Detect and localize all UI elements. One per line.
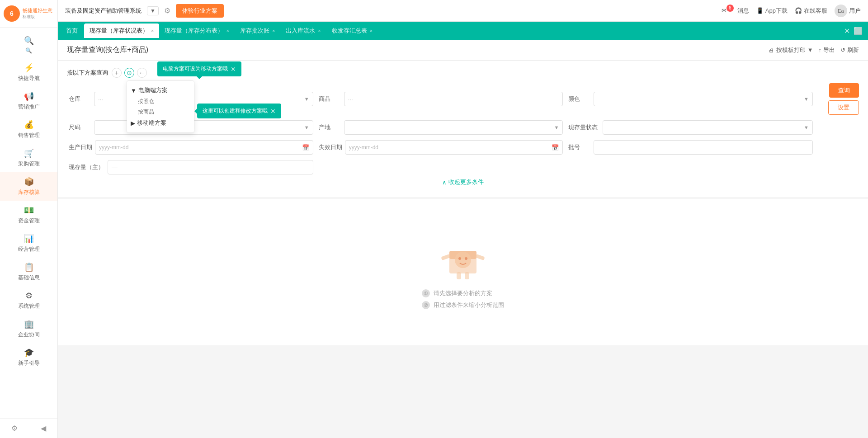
sidebar-item-system[interactable]: ⚙ 系统管理 xyxy=(0,286,57,315)
sidebar-item-enterprise[interactable]: 🏢 企业协同 xyxy=(0,315,57,343)
tab-item-3[interactable]: 出入库流水 × xyxy=(280,24,326,38)
tab-close-1[interactable]: × xyxy=(226,28,229,33)
prod-date-input[interactable]: yyyy-mm-dd 📅 xyxy=(95,140,313,155)
sidebar-item-purchase[interactable]: 🛒 采购管理 xyxy=(0,144,57,172)
sidebar-item-search[interactable]: 🔍 🔍 xyxy=(0,31,57,58)
tab-label-4: 收发存汇总表 xyxy=(332,27,367,35)
trial-button[interactable]: 体验行业方案 xyxy=(176,4,224,18)
system-dropdown[interactable]: ▼ xyxy=(147,6,159,15)
sidebar-menu: 🔍 🔍 ⚡ 快捷导航 📢 营销推广 💰 销售管理 🛒 采购管理 📦 库存核算 💵… xyxy=(0,28,57,418)
refresh-icon: ↺ xyxy=(840,47,845,53)
size-label: 尺码 xyxy=(69,123,91,132)
sidebar-item-operations[interactable]: 📊 经营管理 xyxy=(0,229,57,258)
headset-icon: 🎧 xyxy=(795,7,802,14)
color-label: 颜色 xyxy=(568,95,591,103)
sidebar-settings-btn[interactable]: ⚙ xyxy=(11,424,18,433)
tab-item-1[interactable]: 现存量（库存分布表） × xyxy=(159,24,234,38)
sidebar-item-enterprise-label: 企业协同 xyxy=(18,331,40,339)
page-actions: 🖨 按模板打印 ▼ ↑ 导出 ↺ 刷新 xyxy=(769,46,859,54)
svg-point-4 xyxy=(455,252,471,268)
avatar-text: Ea xyxy=(838,8,844,14)
goods-label: 商品 xyxy=(319,95,341,103)
search-button[interactable]: 查询 xyxy=(829,83,859,98)
filter-row-3: 生产日期 yyyy-mm-dd 📅 失效日期 yyyy-mm-dd 📅 xyxy=(69,140,859,155)
tab-label-1: 现存量（库存分布表） xyxy=(165,27,223,35)
main-area: 装备及固定资产辅助管理系统 ▼ ⚙ 体验行业方案 ✉ 6 消息 📱 App下载 … xyxy=(58,0,868,438)
batch-input[interactable] xyxy=(594,140,813,155)
tooltip1-close-icon[interactable]: ✕ xyxy=(231,66,236,73)
origin-dropdown-icon: ▼ xyxy=(554,125,559,130)
tab-item-2[interactable]: 库存批次账 × xyxy=(235,24,280,38)
page-title: 现存量查询(按仓库+商品) xyxy=(67,45,148,55)
sidebar-item-basic[interactable]: 📋 基础信息 xyxy=(0,258,57,286)
stock-qty-input[interactable]: — xyxy=(108,160,313,174)
filter-edit-btn[interactable]: ⊙ xyxy=(124,68,134,78)
reset-button[interactable]: 设置 xyxy=(828,100,859,115)
basic-icon: 📋 xyxy=(24,262,34,272)
refresh-btn[interactable]: ↺ 刷新 xyxy=(840,46,859,54)
page-header: 现存量查询(按仓库+商品) 🖨 按模板打印 ▼ ↑ 导出 ↺ 刷新 xyxy=(58,40,868,61)
refresh-label: 刷新 xyxy=(847,46,859,54)
sidebar-item-warehouse[interactable]: 📦 库存核算 xyxy=(0,172,57,201)
tab-close-3[interactable]: × xyxy=(318,28,321,33)
scheme-sub-item-2[interactable]: 按商品 xyxy=(134,107,194,117)
purchase-icon: 🛒 xyxy=(24,148,34,158)
tab-close-all-btn[interactable]: ✕ xyxy=(844,27,850,35)
home-tab[interactable]: 首页 xyxy=(60,27,84,35)
sidebar-item-sales[interactable]: 💰 销售管理 xyxy=(0,115,57,144)
color-select[interactable]: ▼ xyxy=(594,92,813,106)
tooltip2-text: 这里可以创建和修改方案哦 xyxy=(203,107,268,115)
tab-label-0: 现存量（库存状况表） xyxy=(90,27,148,35)
tooltip1-text: 电脑方案可设为移动方案哦 xyxy=(163,65,228,73)
app-download-btn[interactable]: 📱 App下载 xyxy=(756,7,788,15)
tab-maximize-btn[interactable]: ⬜ xyxy=(854,27,863,35)
stock-status-select[interactable]: ▼ xyxy=(603,120,813,135)
scheme-tree-mobile[interactable]: ▶ 移动端方案 xyxy=(127,117,194,129)
scheme-tree-pc[interactable]: ▼ 电脑端方案 xyxy=(127,85,194,96)
scheme-sub-item-1[interactable]: 按照仓 xyxy=(134,96,194,107)
sidebar-item-guide[interactable]: 🎓 新手引导 xyxy=(0,343,57,372)
tab-item-0[interactable]: 现存量（库存状况表） × xyxy=(84,24,159,38)
settings-gear-icon[interactable]: ⚙ xyxy=(164,6,170,15)
filter-back-btn[interactable]: ← xyxy=(137,68,147,78)
scheme-pc-arrow: ▼ xyxy=(131,87,137,94)
origin-select[interactable]: ▼ xyxy=(344,120,563,135)
online-service-label: 在线客服 xyxy=(804,7,827,15)
tooltip2-close-icon[interactable]: ✕ xyxy=(270,108,276,115)
filter-add-btn[interactable]: + xyxy=(112,68,122,78)
empty-tip-num-2: ② xyxy=(422,301,430,309)
sidebar-item-purchase-label: 采购管理 xyxy=(18,160,40,168)
sidebar-item-marketing[interactable]: 📢 营销推广 xyxy=(0,87,57,115)
warehouse-label: 仓库 xyxy=(69,95,91,103)
sidebar-collapse-btn[interactable]: ◀ xyxy=(41,424,46,433)
tab-close-4[interactable]: × xyxy=(370,28,373,33)
tab-close-0[interactable]: × xyxy=(151,28,154,33)
sales-icon: 💰 xyxy=(24,120,34,130)
exp-date-input[interactable]: yyyy-mm-dd 📅 xyxy=(345,140,563,155)
tabs-bar: 首页 现存量（库存状况表） × 现存量（库存分布表） × 库存批次账 × 出入库… xyxy=(58,22,868,40)
svg-rect-8 xyxy=(475,254,485,260)
scheme-mobile-label: 移动端方案 xyxy=(137,119,166,127)
sidebar-item-operations-label: 经营管理 xyxy=(18,245,40,253)
print-btn[interactable]: 🖨 按模板打印 ▼ xyxy=(769,46,813,54)
sidebar-item-fastnav[interactable]: ⚡ 快捷导航 xyxy=(0,58,57,87)
svg-rect-10 xyxy=(465,272,469,279)
export-btn[interactable]: ↑ 导出 xyxy=(819,46,835,54)
sidebar-item-finance[interactable]: 💵 资金管理 xyxy=(0,201,57,229)
scheme-mobile-arrow: ▶ xyxy=(131,120,135,127)
user-area[interactable]: Ea 用户 xyxy=(835,5,861,17)
goods-input[interactable]: ··· xyxy=(344,92,563,106)
tab-close-2[interactable]: × xyxy=(272,28,275,33)
warehouse-dots: ··· xyxy=(98,96,103,103)
marketing-icon: 📢 xyxy=(24,91,34,101)
operations-icon: 📊 xyxy=(24,234,34,244)
fast-nav-icon: ⚡ xyxy=(24,63,34,73)
collapse-conditions-btn[interactable]: ∧ 收起更多条件 xyxy=(67,174,859,190)
filter-actions: + ⊙ ← xyxy=(112,68,147,78)
tab-item-4[interactable]: 收发存汇总表 × xyxy=(326,24,378,38)
warehouse-icon: 📦 xyxy=(24,177,34,187)
message-btn[interactable]: ✉ 6 消息 xyxy=(722,7,749,15)
online-service-btn[interactable]: 🎧 在线客服 xyxy=(795,7,827,15)
batch-label: 批号 xyxy=(568,143,591,151)
username-label: 用户 xyxy=(849,7,861,15)
